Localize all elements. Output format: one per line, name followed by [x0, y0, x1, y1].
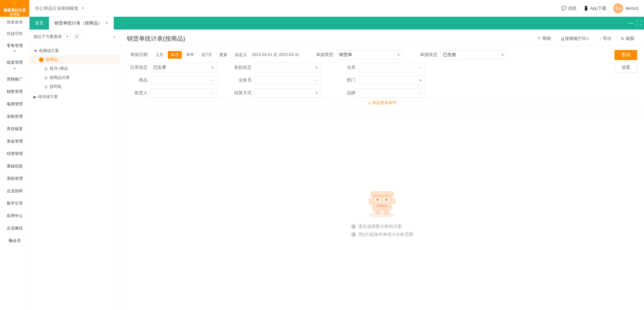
- salesperson-input[interactable]: ···: [254, 75, 321, 85]
- sidebar-item-appcenter-label: 应用中心: [7, 213, 23, 219]
- brand-input[interactable]: ···: [358, 88, 425, 98]
- tab-expand-icon[interactable]: ⛶: [636, 20, 641, 26]
- settlement-input[interactable]: ▼: [254, 88, 321, 98]
- sidebar-item-finance[interactable]: 资金管理: [0, 135, 29, 148]
- sidebar-item-enterprise-label: 企业协同: [7, 188, 23, 194]
- tree-item-by-goods[interactable]: 按商品: [30, 55, 120, 64]
- filter-row-3: 商品 ··· 业务员 ··· 部门: [127, 75, 610, 85]
- panel-collapse-button[interactable]: «: [113, 34, 116, 39]
- date-btn-more[interactable]: 更多: [216, 51, 230, 59]
- add-scheme-button[interactable]: +: [64, 33, 71, 40]
- sidebar-item-appcenter[interactable]: 应用中心: [0, 210, 29, 222]
- setting-button[interactable]: 设置: [614, 62, 637, 73]
- workspace-dropdown-icon: ▼: [81, 6, 85, 10]
- date-range-text: 2023-03-01 至 2023-03-31: [252, 52, 299, 58]
- svg-rect-8: [392, 198, 395, 205]
- collapse-bar[interactable]: ∧ 收起更多条件: [127, 98, 637, 108]
- sidebar-item-basic[interactable]: 基础信息: [0, 160, 29, 172]
- receiver-input[interactable]: ···: [150, 88, 217, 98]
- date-quick-buttons: 上月 本月 本年 近7天 更多 自定义: [152, 51, 250, 59]
- query-button[interactable]: 查询: [614, 50, 637, 60]
- user-area[interactable]: Ea demo2: [613, 3, 639, 13]
- sidebar-item-purchase-label: 采购管理: [7, 114, 23, 119]
- empty-state: 1 请先选择要分析的方案 2 用[过滤]条件来缩小分析范围: [120, 112, 644, 310]
- tree-sub-icon1: ⊞: [44, 66, 48, 71]
- payment-status-chevron-icon: ▼: [315, 66, 318, 69]
- edit-scheme-button[interactable]: ⊙: [73, 33, 80, 40]
- workspace-selector[interactable]: 办公用品行业模拟账套 ▼: [35, 5, 85, 11]
- doc-status-input[interactable]: 已生效 ▼: [440, 50, 507, 59]
- message-button[interactable]: 💬 消息: [561, 5, 577, 11]
- sidebar-search-menu[interactable]: 搜索菜单: [0, 17, 29, 28]
- sidebar-item-inventory[interactable]: 库存核算: [0, 123, 29, 135]
- payment-status-label: 收款状态: [231, 64, 254, 70]
- svg-rect-11: [370, 191, 394, 197]
- sidebar-item-wholesale[interactable]: 批发管理 ▲: [0, 56, 29, 73]
- doc-type-value: 销货单: [339, 52, 352, 58]
- chevron-down-icon: ▼: [13, 49, 16, 53]
- sidebar-item-retail[interactable]: 零售管理 ▼: [0, 40, 29, 56]
- sidebar-item-system[interactable]: 系统管理: [0, 172, 29, 185]
- print-button[interactable]: 🖨 按模板打印 ▼: [558, 34, 593, 43]
- sidebar-item-purchase[interactable]: 采购管理: [0, 110, 29, 123]
- tab-sales-stat[interactable]: 销货单统计表（按商品） ✕: [49, 17, 114, 30]
- sidebar-item-ecommerce[interactable]: 电商管理: [0, 98, 29, 110]
- sidebar-item-enterprise[interactable]: 企业协同: [0, 185, 29, 197]
- tree-item-by-month-goods-label: 按月+商品: [50, 66, 68, 71]
- doc-type-input[interactable]: 销货单 ▼: [336, 50, 403, 59]
- add-icon: +: [66, 34, 68, 39]
- content-area: 按以下方案查询 + ⊙ « ▼ 电脑端方案 按商品: [30, 30, 644, 310]
- app-download-label: App下载: [590, 5, 606, 11]
- dept-input[interactable]: ▼: [358, 75, 425, 85]
- date-btn-last-month[interactable]: 上月: [152, 51, 166, 59]
- sidebar-quick-nav[interactable]: 快捷导航: [0, 28, 29, 40]
- export-icon: ↑: [599, 36, 602, 41]
- payment-status-input[interactable]: ▼: [254, 63, 321, 72]
- receiver-dots-icon: ···: [209, 90, 214, 96]
- refresh-icon: ↻: [621, 36, 625, 41]
- sidebar-item-member-label: 畅会员: [9, 238, 21, 244]
- tab-minimize-icon[interactable]: —: [628, 20, 633, 26]
- date-btn-7days[interactable]: 近7天: [199, 51, 215, 59]
- filter-actions: 查询 设置: [614, 50, 637, 73]
- app-download-button[interactable]: 📱 App下载: [583, 5, 606, 11]
- receiver-label: 收货人: [127, 90, 150, 96]
- sidebar-item-operation[interactable]: 经营管理: [0, 148, 29, 160]
- svg-point-0: [369, 212, 395, 217]
- out-status-input[interactable]: 已出库 ▼: [150, 63, 217, 72]
- tab-close-icon[interactable]: ✕: [105, 21, 108, 25]
- date-btn-current-year[interactable]: 本年: [183, 51, 197, 59]
- date-btn-custom[interactable]: 自定义: [232, 51, 250, 59]
- warehouse-input[interactable]: ···: [358, 63, 425, 72]
- sidebar-item-member[interactable]: 畅会员: [0, 235, 29, 247]
- brand-label: 品牌: [335, 90, 358, 96]
- sidebar-item-corpwechat[interactable]: 企业微信: [0, 222, 29, 235]
- tree-item-by-driver[interactable]: ⊞ 按司机: [30, 82, 120, 91]
- tree-item-by-category[interactable]: ⊞ 按商品分类: [30, 73, 120, 82]
- goods-label: 商品: [127, 77, 150, 83]
- tree-group-desktop[interactable]: ▼ 电脑端方案: [30, 47, 120, 55]
- help-button[interactable]: ？ 帮助: [534, 34, 554, 43]
- tree-item-by-month-goods[interactable]: ⊞ 按月+商品: [30, 64, 120, 73]
- help-icon: ？: [537, 36, 541, 42]
- settlement-label: 结算方式: [231, 90, 254, 96]
- tab-bar: 首页 销货单统计表（按商品） ✕ — ⛶: [30, 17, 644, 30]
- sidebar-item-marketing[interactable]: 营销推广: [0, 73, 29, 86]
- sidebar-item-guide-label: 新手引导: [7, 201, 23, 206]
- svg-rect-10: [384, 211, 389, 215]
- tree-group-mobile[interactable]: ▶ 移动端方案: [30, 93, 120, 101]
- sidebar-nav-section: 零售管理 ▼ 批发管理 ▲ 营销推广 销售管理 电商管理 采购管理 库存核算 资…: [0, 40, 29, 310]
- sidebar-item-sales[interactable]: 销售管理: [0, 86, 29, 98]
- sidebar-item-marketing-label: 营销推广: [7, 76, 23, 82]
- tab-home[interactable]: 首页: [30, 17, 49, 30]
- export-button[interactable]: ↑ 导出: [597, 34, 614, 43]
- sidebar-item-wholesale-label: 批发管理: [7, 60, 23, 65]
- tree-sub-icon2: ⊞: [44, 75, 48, 80]
- sidebar: 🧡 畅捷通好生意 标准版 搜索菜单 快捷导航 零售管理 ▼ 批发管理 ▲ 营销推…: [0, 0, 30, 310]
- date-btn-current-month[interactable]: 本月: [168, 51, 182, 59]
- sidebar-item-guide[interactable]: 新手引导: [0, 197, 29, 210]
- svg-point-5: [385, 198, 388, 201]
- sidebar-item-corpwechat-label: 企业微信: [7, 225, 23, 231]
- goods-input[interactable]: ···: [150, 75, 217, 85]
- refresh-button[interactable]: ↻ 刷新: [618, 34, 637, 43]
